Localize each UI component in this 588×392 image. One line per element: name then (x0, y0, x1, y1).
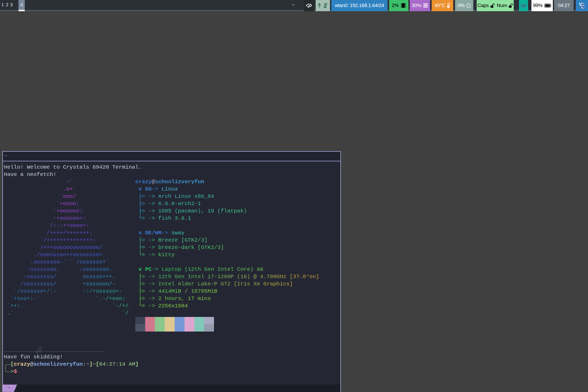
svg-text:C: C (581, 4, 585, 10)
